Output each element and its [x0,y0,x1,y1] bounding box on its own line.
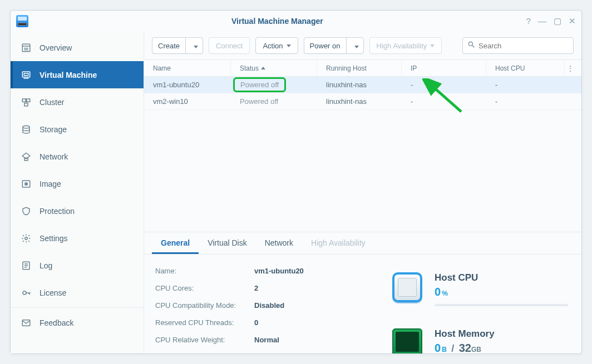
sidebar-label: Virtual Machine [40,71,97,79]
sidebar-label: License [40,288,66,297]
svg-point-22 [468,42,472,46]
stat-host-memory: Host Memory 0B / 32GB [392,328,574,354]
sidebar-item-feedback[interactable]: Feedback [11,309,144,336]
sidebar-item-image[interactable]: Image [11,170,144,197]
tab-general[interactable]: General [152,233,199,254]
sidebar-item-overview[interactable]: Overview [11,34,144,61]
table-header: Name Status Running Host IP Host CPU ⋮ [144,60,581,77]
sidebar-separator [11,307,144,308]
table-row[interactable]: vm2-win10 Powered off linuxhint-nas - - [144,93,581,110]
cluster-icon [21,97,32,107]
connect-button[interactable]: Connect [209,37,250,54]
app-window: Virtual Machine Manager ? — ▢ ✕ Overview… [10,10,582,354]
table-body: vm1-ubuntu20 Powered off linuxhint-nas -… [144,77,581,110]
window-title: Virtual Machine Manager [28,17,526,26]
stat-host-cpu: Host CPU 0% [392,272,574,306]
cell-cpu: - [486,97,581,106]
protection-icon [21,206,32,216]
search-icon [467,41,475,51]
sidebar-label: Image [40,179,61,188]
svg-line-24 [432,86,461,112]
sidebar-label: Log [40,261,52,270]
sidebar-label: Feedback [40,318,73,327]
svg-rect-9 [24,103,28,106]
column-header-name[interactable]: Name [144,60,231,76]
memory-icon [392,328,422,354]
info-row: Reserved CPU Threads:0 [155,314,372,331]
separator: / [451,343,454,354]
create-dropdown-caret[interactable] [186,42,203,50]
power-dropdown-caret[interactable] [347,42,363,50]
image-icon [21,179,32,189]
sidebar-item-storage[interactable]: Storage [11,116,144,143]
column-header-host-cpu[interactable]: Host CPU [486,60,565,76]
maximize-button[interactable]: ▢ [554,16,561,26]
mem-used-unit: B [442,346,447,353]
annotation-arrow [422,78,467,117]
sort-ascending-icon [261,67,265,69]
chevron-down-icon [287,44,291,47]
tab-network[interactable]: Network [256,233,302,254]
power-button[interactable]: Power on [304,37,364,54]
mem-used: 0 [435,342,441,354]
action-button[interactable]: Action [255,37,298,54]
sidebar-item-network[interactable]: Network [11,143,144,170]
cpu-bar [435,304,568,306]
license-icon [21,288,32,298]
mem-total-unit: GB [471,346,481,353]
stat-title: Host CPU [435,272,568,283]
chevron-down-icon [430,44,435,47]
search-input[interactable] [478,42,572,50]
svg-point-20 [23,291,26,295]
column-header-running-host[interactable]: Running Host [317,60,402,76]
svg-line-23 [472,46,475,48]
sidebar-label: Overview [40,43,72,52]
sidebar-label: Settings [40,234,68,243]
column-header-status[interactable]: Status [231,60,317,76]
sidebar-item-cluster[interactable]: Cluster [11,88,144,116]
cell-host: linuxhint-nas [317,81,402,89]
settings-icon [21,233,32,243]
close-button[interactable]: ✕ [569,16,576,26]
sidebar: Overview Virtual Machine Cluster Storage… [11,32,144,353]
cell-host: linuxhint-nas [317,97,402,106]
help-button[interactable]: ? [526,16,531,26]
sidebar-label: Storage [40,125,67,134]
svg-point-15 [25,237,28,240]
status-highlight: Powered off [233,77,286,92]
sidebar-label: Cluster [40,98,64,107]
cell-status: Powered off [231,77,317,92]
vm-icon [21,70,32,80]
tab-high-availability: High Availability [302,233,374,254]
sidebar-item-license[interactable]: License [11,279,144,306]
storage-icon [21,124,32,134]
details-panel: General Virtual Disk Network High Availa… [144,232,581,354]
sidebar-item-log[interactable]: Log [11,252,144,279]
cell-name: vm2-win10 [144,97,231,106]
feedback-icon [21,318,32,328]
info-row: CPU Compatibility Mode:Disabled [155,297,372,314]
overview-icon [21,43,32,53]
svg-rect-7 [22,99,26,102]
column-options-button[interactable]: ⋮ [565,64,576,72]
svg-rect-5 [24,73,28,76]
info-row: Name:vm1-ubuntu20 [155,262,372,280]
app-icon [16,15,28,27]
sidebar-label: Network [40,152,68,161]
info-pane[interactable]: Name:vm1-ubuntu20 CPU Cores:2 CPU Compat… [152,262,376,354]
column-header-ip[interactable]: IP [402,60,486,76]
create-button[interactable]: Create [152,37,203,54]
search-box[interactable] [462,37,574,54]
main-pane: Create Connect Action Power on High Avai… [144,32,581,353]
cell-name: vm1-ubuntu20 [144,81,231,89]
high-availability-button[interactable]: High Availability [369,37,442,54]
stats-pane: Host CPU 0% Host Memory 0B [383,262,574,354]
sidebar-item-settings[interactable]: Settings [11,225,144,252]
detail-tabs: General Virtual Disk Network High Availa… [144,232,581,255]
tab-virtual-disk[interactable]: Virtual Disk [199,233,256,254]
minimize-button[interactable]: — [538,16,546,26]
table-row[interactable]: vm1-ubuntu20 Powered off linuxhint-nas -… [144,77,581,93]
sidebar-item-protection[interactable]: Protection [11,197,144,225]
sidebar-item-virtual-machine[interactable]: Virtual Machine [11,61,144,88]
svg-rect-8 [27,99,30,102]
